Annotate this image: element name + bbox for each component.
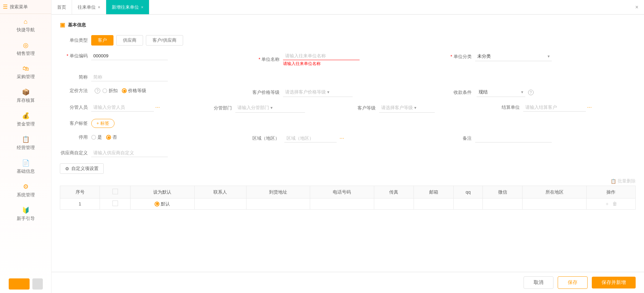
cell-phone xyxy=(310,198,374,210)
sidebar-item-basic-info[interactable]: 📄 基础信息 xyxy=(0,155,51,179)
unit-name-input[interactable] xyxy=(283,52,360,60)
sidebar-item-label: 经营管理 xyxy=(17,145,35,151)
row-checkbox[interactable] xyxy=(112,201,118,206)
customer-price-select[interactable]: 请选择客户价格等级 ▾ xyxy=(283,88,353,97)
department-select[interactable]: 请输入分管部门 ▾ xyxy=(235,103,305,113)
type-btn-both[interactable]: 客户/供应商 xyxy=(146,35,183,46)
row-default-radio-dot xyxy=(156,203,158,205)
sidebar-item-guide[interactable]: 🔰 新手引导 xyxy=(0,202,51,226)
custom-settings-button[interactable]: ⚙ 自定义项设置 xyxy=(60,163,104,174)
type-btn-supplier[interactable]: 供应商 xyxy=(116,35,143,46)
pricing-radio-level-dot xyxy=(123,90,126,92)
sidebar-item-label: 新手引导 xyxy=(17,215,35,222)
tab-partner-list-close[interactable]: × xyxy=(98,5,100,10)
sidebar-item-operations[interactable]: 📋 经营管理 xyxy=(0,131,51,155)
settlement-input[interactable] xyxy=(523,103,586,112)
col-fax: 传真 xyxy=(374,186,414,198)
tabbar-close-icon[interactable]: × xyxy=(635,4,638,10)
sidebar-footer-btn2[interactable] xyxy=(32,278,43,290)
finance-icon: 💰 xyxy=(22,112,30,120)
add-row-button[interactable]: ＋ xyxy=(605,201,610,207)
pricing-help-icon[interactable]: ? xyxy=(95,88,100,93)
tab-new-partner[interactable]: 新增往来单位 × xyxy=(106,0,149,14)
sidebar-footer-btn[interactable] xyxy=(9,278,30,290)
pricing-radio-level[interactable]: 价格等级 xyxy=(122,88,146,94)
sidebar-search[interactable]: ☰ 搜索菜单 xyxy=(0,0,51,14)
sidebar-item-system[interactable]: ⚙ 系统管理 xyxy=(0,179,51,202)
header-checkbox[interactable] xyxy=(112,189,118,194)
disabled-radio-no-circle xyxy=(106,135,111,140)
basic-info-icon: 📄 xyxy=(22,159,30,167)
save-button[interactable]: 保存 xyxy=(558,276,588,289)
batch-delete-label[interactable]: 批量删除 xyxy=(618,178,636,184)
sidebar-item-purchase[interactable]: 🛍 采购管理 xyxy=(0,61,51,84)
supplier-custom-label: 供应商自定义 xyxy=(60,150,91,156)
section-title-icon: ▣ xyxy=(60,22,65,28)
manager-input[interactable] xyxy=(91,103,154,112)
cell-location xyxy=(523,198,587,210)
cancel-button[interactable]: 取消 xyxy=(524,276,553,289)
sidebar-item-sales[interactable]: ◎ 销售管理 xyxy=(0,37,51,61)
unit-category-chevron: ▾ xyxy=(548,54,550,59)
sidebar-footer xyxy=(0,275,51,293)
tab-new-partner-label: 新增往来单位 xyxy=(112,4,139,10)
unit-name-field: 单位名称 请输入往来单位名称 xyxy=(252,52,443,67)
tab-partner-list[interactable]: 往来单位 × xyxy=(72,0,106,14)
supplier-custom-input[interactable] xyxy=(91,149,168,157)
customer-level-field: 客户等级 请选择客户等级 ▾ xyxy=(348,103,492,113)
disabled-radio-no[interactable]: 否 xyxy=(106,134,117,140)
sidebar-item-inventory[interactable]: 📦 库存核算 xyxy=(0,84,51,108)
unit-code-field: 单位编码 xyxy=(60,52,252,60)
abbreviation-label: 简称 xyxy=(60,74,91,80)
customer-level-chevron: ▾ xyxy=(414,105,416,110)
col-email: 邮箱 xyxy=(414,186,453,198)
payment-terms-select[interactable]: 现结 ▾ xyxy=(477,88,525,97)
form-area: ▣ 基本信息 单位类型 客户 供应商 客户/供应商 单位编码 单位名称 xyxy=(52,15,644,272)
remarks-field: 备注 xyxy=(444,134,636,143)
add-tag-button[interactable]: + 标签 xyxy=(91,119,115,128)
sidebar-item-label: 采购管理 xyxy=(17,74,35,80)
unit-category-label: 单位分类 xyxy=(444,54,475,60)
department-field: 分管部门 请输入分管部门 ▾ xyxy=(204,103,348,113)
tab-home-label: 首页 xyxy=(57,4,66,10)
batch-delete-area: 📋 批量删除 xyxy=(60,178,636,184)
tab-home[interactable]: 首页 xyxy=(52,0,72,14)
pricing-row: 定价方法 ? 折扣 价格等级 客户价格等级 xyxy=(60,88,636,97)
region-ellipsis[interactable]: ··· xyxy=(338,135,345,141)
remarks-input[interactable] xyxy=(475,134,552,143)
disabled-radio-yes-label: 是 xyxy=(97,134,102,140)
section-title: ▣ 基本信息 xyxy=(60,22,636,28)
col-region: 所在地区 xyxy=(523,186,587,198)
tab-new-partner-close[interactable]: × xyxy=(141,5,143,10)
type-btn-customer[interactable]: 客户 xyxy=(91,35,113,46)
unit-code-input[interactable] xyxy=(91,52,168,60)
section-title-text: 基本信息 xyxy=(68,22,86,28)
purchase-icon: 🛍 xyxy=(23,65,29,72)
cell-contact xyxy=(194,198,246,210)
save-new-button[interactable]: 保存并新增 xyxy=(592,277,636,288)
unit-name-label: 单位名称 xyxy=(252,56,283,63)
disabled-radio-yes[interactable]: 是 xyxy=(91,134,102,140)
region-label: 区域（地区） xyxy=(252,135,283,141)
supplier-custom-field: 供应商自定义 xyxy=(60,149,206,157)
sidebar-item-quick-nav[interactable]: ⌂ 快捷导航 xyxy=(0,14,51,37)
row-default-radio-circle xyxy=(155,202,159,206)
abbreviation-field: 简称 xyxy=(60,73,252,81)
manager-ellipsis[interactable]: ··· xyxy=(154,104,161,111)
customer-level-select[interactable]: 请选择客户等级 ▾ xyxy=(379,103,435,113)
manager-field: 分管人员 ··· xyxy=(60,103,204,112)
abbreviation-input[interactable] xyxy=(91,73,168,81)
pricing-radio-discount[interactable]: 折扣 xyxy=(102,88,118,94)
delete-row-button[interactable]: 🗑 xyxy=(612,201,617,207)
sidebar-item-label: 库存核算 xyxy=(17,97,35,104)
row-action-btns: ＋ 🗑 xyxy=(589,201,633,207)
sidebar-item-finance[interactable]: 💰 资金管理 xyxy=(0,108,51,131)
disabled-radio-no-dot xyxy=(108,136,110,139)
payment-terms-help-icon[interactable]: ? xyxy=(528,90,534,95)
unit-category-select[interactable]: 未分类 ▾ xyxy=(475,52,552,61)
col-default: 设为默认 xyxy=(131,186,195,198)
settlement-label: 结算单位 xyxy=(492,104,523,111)
settlement-ellipsis[interactable]: ··· xyxy=(586,104,593,111)
row-default-radio[interactable]: 默认 xyxy=(133,201,191,207)
region-input[interactable] xyxy=(284,134,337,143)
